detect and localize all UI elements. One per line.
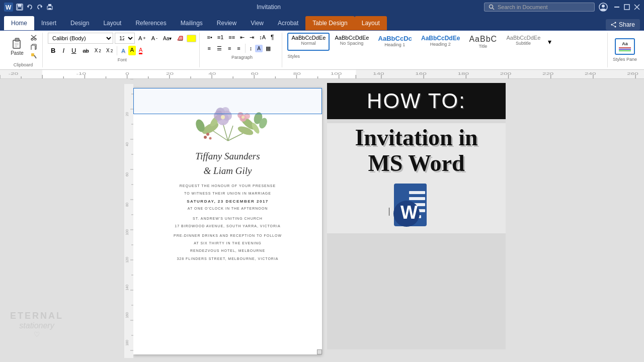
change-case-button[interactable]: Aa▾	[161, 35, 174, 42]
svg-rect-8	[48, 4, 51, 6]
style-heading2[interactable]: AaBbCcDdEe Heading 2	[417, 33, 463, 51]
video-title: Invitation in MS Word	[327, 123, 506, 233]
sort-button[interactable]: ↕A	[257, 33, 268, 41]
show-hide-button[interactable]: ¶	[269, 33, 276, 42]
tab-design[interactable]: Design	[63, 16, 96, 30]
borders-button[interactable]: ▦	[264, 44, 273, 53]
underline-button[interactable]: U	[68, 46, 79, 55]
tab-table-design[interactable]: Table Design	[305, 16, 354, 30]
format-painter-button[interactable]	[28, 52, 39, 60]
clear-formatting-button[interactable]	[175, 34, 185, 42]
svg-rect-4	[18, 7, 22, 10]
strikethrough-button[interactable]: ab	[80, 47, 91, 55]
ribbon-commands: Paste	[0, 31, 644, 70]
align-right-button[interactable]: ≡	[225, 44, 233, 52]
svg-rect-82	[124, 358, 133, 362]
copy-button[interactable]	[28, 43, 39, 51]
svg-rect-3	[18, 4, 22, 7]
text-effects-button[interactable]: A	[119, 47, 127, 55]
multilevel-list-button[interactable]: ≡≡	[226, 33, 237, 41]
styles-pane-group: Aa Styles Pane	[610, 33, 640, 67]
save-icon[interactable]	[16, 4, 23, 11]
bold-button[interactable]: B	[48, 46, 58, 55]
font-color-button[interactable]: A	[137, 46, 144, 55]
user-icon[interactable]	[599, 3, 608, 12]
format-painter-icon	[31, 53, 37, 59]
styles-pane-button[interactable]: Aa	[615, 38, 635, 55]
more-styles-button[interactable]: ▾	[545, 36, 554, 47]
reception-address: 328 FLINDERS STREET, MELBOURNE, VICTORIA	[148, 256, 307, 261]
svg-text:120: 120	[125, 257, 129, 263]
search-icon	[489, 4, 495, 10]
invite-names: Tiffany Saunders & Liam Gily	[148, 149, 307, 178]
tab-references[interactable]: References	[128, 16, 173, 30]
minimize-button[interactable]	[614, 4, 620, 10]
bullets-button[interactable]: ≡•	[205, 33, 214, 41]
redo-icon[interactable]	[36, 4, 43, 11]
svg-text:20: 20	[166, 71, 174, 76]
copy-icon	[31, 44, 37, 50]
tab-view[interactable]: View	[244, 16, 271, 30]
style-subtitle-label: Subtitle	[506, 41, 540, 46]
how-to-text: HOW TO:	[335, 89, 498, 113]
tab-layout2[interactable]: Layout	[355, 16, 387, 30]
tab-review[interactable]: Review	[210, 16, 244, 30]
cut-button[interactable]	[28, 34, 39, 42]
vertical-ruler: 20 40 60 80 100 120 140 160 180	[124, 79, 133, 362]
font-group-label: Font	[48, 57, 196, 62]
shading-button[interactable]: A	[255, 45, 263, 52]
style-heading2-preview: AaBbCcDdEe	[421, 35, 459, 42]
text-highlight-color-button[interactable]: A	[128, 46, 136, 55]
page[interactable]: ✛	[133, 88, 322, 354]
eraser-icon	[177, 35, 183, 41]
style-no-spacing-preview: AaBbCcDdEe	[335, 35, 369, 41]
style-heading1[interactable]: AaBbCcDc Heading 1	[374, 33, 416, 51]
svg-text:160: 160	[415, 71, 426, 76]
style-normal[interactable]: AaBbCcDdEe Normal	[287, 33, 329, 51]
style-title[interactable]: AaBbC Title	[465, 33, 501, 51]
font-grow-button[interactable]: A+	[136, 34, 148, 42]
tab-acrobat[interactable]: Acrobat	[271, 16, 305, 30]
italic-button[interactable]: I	[59, 46, 67, 55]
floral-illustration	[148, 98, 307, 145]
title-search-box[interactable]: Search in Document	[484, 3, 595, 12]
left-margin: 20 40 60 80 100 120 140 160 180 ETERNAL …	[0, 79, 133, 362]
font-size-selector[interactable]: 12 11 14 16 18	[115, 33, 135, 44]
numbering-button[interactable]: ≡1	[215, 33, 226, 41]
svg-point-129	[244, 113, 250, 119]
tab-mailings[interactable]: Mailings	[174, 16, 210, 30]
undo-icon[interactable]	[26, 4, 33, 11]
tab-insert[interactable]: Insert	[34, 16, 63, 30]
align-center-button[interactable]: ☰	[214, 44, 224, 53]
svg-text:-20: -20	[9, 71, 18, 76]
text-highlight-button[interactable]: ab	[187, 35, 196, 42]
svg-point-13	[602, 5, 605, 8]
print-icon[interactable]	[46, 4, 53, 11]
line-spacing-button[interactable]: ↕	[248, 44, 255, 52]
share-button[interactable]: Share	[606, 19, 640, 30]
style-subtitle[interactable]: AaBbCcDdEe Subtitle	[502, 33, 544, 51]
decrease-indent-button[interactable]: ⇤	[238, 33, 247, 42]
align-left-button[interactable]: ≡	[205, 44, 213, 52]
svg-rect-14	[614, 7, 619, 8]
font-family-selector[interactable]: Calibri (Body) Arial Times New Roman	[48, 33, 113, 44]
tab-home[interactable]: Home	[4, 16, 34, 30]
maximize-button[interactable]	[624, 4, 630, 10]
font-shrink-button[interactable]: A-	[149, 34, 159, 42]
superscript-button[interactable]: X2	[104, 47, 115, 54]
subscript-button[interactable]: X2	[93, 47, 103, 54]
style-no-spacing[interactable]: AaBbCcDdEe No Spacing	[331, 33, 373, 51]
svg-point-127	[221, 107, 229, 115]
increase-indent-button[interactable]: ⇥	[248, 33, 256, 42]
paste-button[interactable]: Paste	[7, 33, 27, 60]
svg-rect-24	[15, 38, 19, 41]
resize-handle[interactable]	[317, 349, 322, 354]
justify-button[interactable]: ≡	[234, 44, 243, 52]
tab-layout[interactable]: Layout	[96, 16, 128, 30]
svg-text:180: 180	[457, 71, 468, 76]
reception-line2: AT SIX THIRTY IN THE EVENING	[148, 240, 307, 246]
svg-point-10	[490, 5, 493, 9]
svg-marker-36	[178, 36, 183, 40]
close-button[interactable]	[634, 4, 640, 10]
svg-rect-81	[124, 79, 133, 84]
